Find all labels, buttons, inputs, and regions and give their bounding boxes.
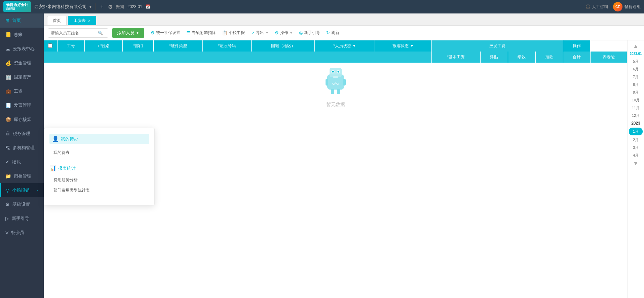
sidebar-label-ledger: 总账: [14, 32, 23, 38]
tax-icon: 🏛: [5, 131, 10, 136]
timeline-month-9[interactable]: 9月: [628, 89, 644, 96]
popup-section-todo-title[interactable]: 👤 我的待办: [49, 134, 149, 144]
operations-icon: ⚙: [275, 30, 279, 35]
sidebar-item-inventory[interactable]: 📦 库存核算: [0, 112, 44, 127]
tab-home-label: 首页: [53, 18, 61, 24]
headset-icon: 🎧: [585, 4, 591, 9]
sidebar-label-archive: 归档管理: [14, 173, 31, 179]
timeline-month-8[interactable]: 8月: [628, 81, 644, 89]
user-info[interactable]: CE 畅捷通组: [613, 2, 641, 11]
col-dept: *部门: [123, 40, 154, 52]
sidebar-item-ledger[interactable]: 📒 总账: [0, 28, 44, 42]
empty-text: 暂无数据: [326, 102, 345, 108]
timeline-month-10[interactable]: 10月: [628, 96, 644, 104]
timeline-month-3[interactable]: 3月: [628, 144, 644, 152]
timeline-up-icon[interactable]: ▲: [632, 42, 640, 51]
svg-rect-1: [330, 68, 342, 77]
cloud-icon: ☁: [5, 46, 10, 52]
sidebar-item-mini-expense[interactable]: ◎ 小畅报销 ‹: [0, 183, 44, 197]
timeline-month-12[interactable]: 12月: [628, 112, 644, 120]
timeline-down-icon[interactable]: ▼: [632, 159, 640, 168]
settings-icon: ⚙: [5, 202, 10, 207]
sidebar-item-basic-settings[interactable]: ⚙ 基础设置: [0, 197, 44, 211]
svg-point-5: [337, 71, 339, 73]
export-label: 导出: [256, 30, 264, 36]
timeline-year-2023: 2023: [628, 120, 644, 127]
salary-icon: 💼: [5, 89, 11, 94]
svg-rect-7: [326, 79, 328, 86]
timeline-month-5[interactable]: 5月: [628, 58, 644, 65]
sidebar-item-settlement[interactable]: ✔ 结账: [0, 155, 44, 169]
sidebar-item-salary[interactable]: 💼 工资: [0, 84, 44, 98]
timeline-month-2[interactable]: 2月: [628, 136, 644, 144]
sidebar-item-multi-org[interactable]: 🏗 多机构管理: [0, 141, 44, 155]
app-logo: 畅捷通好会计 旗舰版: [3, 1, 31, 12]
add-icon[interactable]: ＋: [99, 3, 105, 10]
add-person-button[interactable]: 添加人员 ▼: [112, 28, 144, 38]
timeline-month-1-current[interactable]: 1月: [629, 128, 643, 135]
svg-rect-8: [343, 79, 346, 86]
col-nationality: 国籍（地区）: [252, 40, 315, 52]
operations-button[interactable]: ⚙ 操作 ▼: [272, 29, 296, 37]
tab-salary-table[interactable]: 工资表 ✕: [68, 16, 96, 25]
calendar-icon[interactable]: 📅: [146, 4, 151, 9]
refresh-button[interactable]: ↻ 刷新: [324, 29, 342, 37]
support-button[interactable]: 🎧 人工咨询: [585, 4, 608, 10]
col-allowance: 津贴: [481, 52, 508, 63]
sidebar-item-member[interactable]: V 畅会员: [0, 226, 44, 240]
guide-icon: ▷: [5, 216, 9, 221]
col-checkbox[interactable]: [44, 40, 57, 52]
sidebar-label-new-guide: 新手引导: [12, 216, 29, 222]
timeline-header: 2023.01: [628, 51, 644, 57]
popup-item-dept-expense[interactable]: 部门费用类型统计表: [49, 185, 149, 196]
search-icon[interactable]: 🔍: [98, 31, 103, 35]
tab-salary-label: 工资表: [74, 18, 86, 24]
sidebar-item-invoice[interactable]: 🧾 发票管理: [0, 98, 44, 112]
col-performance: 绩效: [508, 52, 535, 63]
sidebar-item-archive[interactable]: 📁 归档管理: [0, 169, 44, 183]
sidebar-item-fund[interactable]: 💰 资金管理: [0, 56, 44, 70]
search-input[interactable]: [51, 31, 98, 35]
filter-icon-2[interactable]: ▼: [410, 43, 414, 48]
sidebar-item-cloud-report[interactable]: ☁ 云报表中心: [0, 42, 44, 56]
search-box[interactable]: 🔍: [48, 28, 108, 38]
sidebar-item-tax[interactable]: 🏛 税务管理: [0, 127, 44, 141]
timeline-month-4[interactable]: 4月: [628, 152, 644, 159]
sidebar-item-new-guide[interactable]: ▷ 新手引导: [0, 211, 44, 226]
timeline-month-6[interactable]: 6月: [628, 65, 644, 73]
close-icon[interactable]: ✕: [88, 19, 90, 23]
popup-section-report-title[interactable]: 📊 报表统计: [49, 165, 149, 171]
settlement-icon: ✔: [5, 159, 9, 165]
export-icon: ↗: [251, 30, 255, 35]
col-deductions: 扣款: [535, 52, 563, 63]
tab-home[interactable]: 首页: [47, 16, 67, 25]
col-wage-group: 应发工资: [431, 40, 563, 52]
company-selector[interactable]: 西安虾米网络科技有限公司 ▼: [34, 4, 92, 10]
sidebar-label-tax: 税务管理: [13, 131, 30, 137]
sidebar-label-cloud-report: 云报表中心: [13, 46, 35, 52]
sidebar-label-member: 畅会员: [11, 230, 24, 236]
export-chevron-icon: ▼: [265, 31, 269, 35]
popup-item-my-todo[interactable]: 我的待办: [49, 147, 149, 158]
special-deduction-button[interactable]: ☰ 专项附加扣除: [184, 29, 219, 37]
empty-state: 暂无数据: [44, 63, 627, 108]
timeline-month-11[interactable]: 11月: [628, 104, 644, 112]
col-cert-type: *证件类型: [154, 40, 202, 52]
sidebar-item-home[interactable]: ⊞ 首页: [0, 13, 44, 28]
export-button[interactable]: ↗ 导出 ▼: [248, 29, 271, 37]
settings-icon[interactable]: ⚙: [108, 4, 113, 10]
personal-tax-label: 个税申报: [229, 30, 245, 36]
sidebar-item-fixed-assets[interactable]: 🏢 固定资产: [0, 70, 44, 84]
special-deduction-label: 专项附加扣除: [192, 30, 216, 36]
sidebar-label-basic-settings: 基础设置: [12, 201, 30, 207]
personal-tax-button[interactable]: 📋 个税申报: [219, 29, 248, 37]
operations-label: 操作: [280, 30, 288, 36]
select-all-checkbox[interactable]: [48, 43, 52, 48]
guide-button[interactable]: ◎ 新手引导: [296, 29, 323, 37]
popup-item-expense-trend[interactable]: 费用趋势分析: [49, 175, 149, 185]
invoice-icon: 🧾: [5, 103, 11, 108]
social-security-button[interactable]: ⚙ 统一社保设置: [148, 29, 183, 37]
timeline-month-7[interactable]: 7月: [628, 73, 644, 81]
popup-section-todo-label: 我的待办: [61, 136, 78, 142]
filter-icon[interactable]: ▼: [352, 43, 356, 48]
